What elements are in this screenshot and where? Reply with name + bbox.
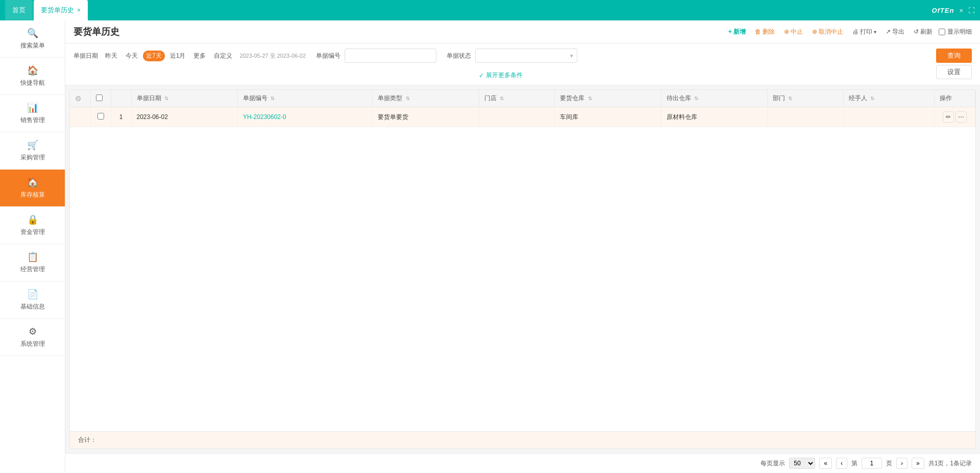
- show-detail-label: 显示明细: [947, 28, 972, 36]
- col-check: [90, 90, 111, 107]
- row-store-cell: [479, 107, 554, 127]
- row-edit-icon[interactable]: ✏: [943, 111, 954, 123]
- footer-label: 合计：: [78, 436, 96, 444]
- sort-department-icon: ⇅: [788, 96, 792, 101]
- sidebar-item-quick-nav[interactable]: 🏠 快捷导航: [0, 58, 65, 95]
- expand-more[interactable]: ✓ 展开更多条件: [74, 71, 928, 80]
- delete-button[interactable]: 🗑 删除: [752, 26, 778, 38]
- row-doc-no-cell: YH-20230602-0: [237, 107, 372, 127]
- page-size-label: 每页显示: [761, 459, 785, 468]
- col-department[interactable]: 部门 ⇅: [768, 90, 843, 107]
- prev-page-button[interactable]: ‹: [836, 458, 847, 469]
- sidebar-label-finance-mgmt: 资金管理: [20, 228, 45, 236]
- stop-button[interactable]: ⊗ 中止: [781, 26, 806, 38]
- first-page-button[interactable]: «: [819, 458, 832, 469]
- sidebar-item-purchase-mgmt[interactable]: 🛒 采购管理: [0, 132, 65, 170]
- date-filter-label: 单据日期: [74, 52, 98, 60]
- page-size-select[interactable]: 20 50 100: [789, 458, 815, 469]
- row-checkbox[interactable]: [97, 113, 104, 120]
- date-btn-yesterday[interactable]: 昨天: [102, 51, 120, 61]
- date-btn-7days[interactable]: 近7天: [143, 51, 165, 61]
- col-doc-no-label: 单据编号: [243, 94, 267, 102]
- sidebar-label-operations-mgmt: 经营管理: [20, 265, 45, 274]
- show-detail-checkbox[interactable]: [939, 29, 945, 35]
- operations-mgmt-icon: 📋: [27, 251, 38, 263]
- col-ops: 操作: [935, 90, 975, 107]
- sidebar-item-basic-info[interactable]: 📄 基础信息: [0, 281, 65, 319]
- sidebar-label-purchase-mgmt: 采购管理: [20, 153, 45, 162]
- date-btn-1month[interactable]: 近1月: [167, 51, 189, 61]
- row-req-warehouse: 车间库: [560, 113, 578, 121]
- col-doc-date-label: 单据日期: [137, 94, 161, 102]
- col-doc-date[interactable]: 单据日期 ⇅: [131, 90, 237, 107]
- settings-button[interactable]: 设置: [936, 65, 972, 79]
- row-check-cell: [90, 107, 111, 127]
- date-btn-more[interactable]: 更多: [190, 51, 209, 61]
- sidebar-item-finance-mgmt[interactable]: 🔒 资金管理: [0, 207, 65, 244]
- doc-no-filter-group: 单据编号: [316, 49, 436, 63]
- topbar-right: OfTEn × ⛶: [932, 7, 975, 14]
- export-label: 导出: [892, 28, 904, 36]
- col-store-label: 门店: [484, 94, 497, 102]
- cancel-stop-button[interactable]: ⊗ 取消中止: [809, 26, 846, 38]
- page-input[interactable]: [862, 458, 882, 469]
- tab-close-icon[interactable]: ×: [77, 7, 81, 14]
- col-handler[interactable]: 经手人 ⇅: [843, 90, 935, 107]
- new-button-label: + 新增: [728, 28, 746, 36]
- row-more-icon[interactable]: ⋯: [955, 111, 967, 123]
- sidebar-item-sales-mgmt[interactable]: 📊 销售管理: [0, 95, 65, 132]
- col-pending-warehouse[interactable]: 待出仓库 ⇅: [661, 90, 767, 107]
- col-req-warehouse[interactable]: 要货仓库 ⇅: [555, 90, 661, 107]
- sidebar-label-search-menu: 搜索菜单: [20, 41, 45, 50]
- status-select[interactable]: [475, 49, 577, 63]
- basic-info-icon: 📄: [27, 289, 38, 300]
- sidebar: 🔍 搜索菜单 🏠 快捷导航 📊 销售管理 🛒 采购管理 🏠 库存核算 🔒 资金管…: [0, 20, 65, 473]
- col-doc-type[interactable]: 单据类型 ⇅: [373, 90, 479, 107]
- tab-home[interactable]: 首页: [5, 0, 33, 20]
- refresh-button[interactable]: ↺ 刷新: [911, 26, 936, 38]
- sort-pending-warehouse-icon: ⇅: [694, 96, 698, 101]
- select-all-checkbox[interactable]: [96, 94, 103, 101]
- table-scroll[interactable]: ⚙ 单据日期 ⇅ 单据编号: [70, 90, 975, 431]
- sidebar-item-inventory[interactable]: 🏠 库存核算: [0, 170, 65, 207]
- expand-more-label: 展开更多条件: [486, 71, 523, 80]
- col-req-warehouse-label: 要货仓库: [560, 94, 584, 102]
- next-page-button[interactable]: ›: [896, 458, 908, 469]
- window-close-icon[interactable]: ×: [959, 7, 963, 14]
- delete-icon: 🗑: [755, 28, 761, 35]
- tab-list: 首页 要货单历史 ×: [5, 0, 88, 20]
- tab-requisition-history[interactable]: 要货单历史 ×: [34, 0, 88, 20]
- query-button[interactable]: 查询: [936, 49, 972, 63]
- last-page-button[interactable]: »: [912, 458, 924, 469]
- gear-icon[interactable]: ⚙: [75, 94, 82, 103]
- sidebar-item-search-menu[interactable]: 🔍 搜索菜单: [0, 20, 65, 58]
- row-handler-cell: [843, 107, 935, 127]
- export-button[interactable]: ↗ 导出: [883, 26, 908, 38]
- row-doc-no-link[interactable]: YH-20230602-0: [243, 113, 286, 121]
- total-label: 共1页，1条记录: [928, 459, 972, 468]
- table-body: 1 2023-06-02 YH-20230602-0 要货单要货: [70, 107, 975, 127]
- col-handler-label: 经手人: [849, 94, 867, 102]
- doc-no-input[interactable]: [345, 49, 436, 63]
- row-pending-warehouse-cell: 原材料仓库: [661, 107, 767, 127]
- print-button[interactable]: 🖨 打印 ▾: [849, 26, 879, 38]
- sidebar-item-system-mgmt[interactable]: ⚙ 系统管理: [0, 319, 65, 356]
- new-button[interactable]: + 新增: [725, 26, 749, 38]
- date-btn-today[interactable]: 今天: [122, 51, 141, 61]
- col-ops-label: 操作: [940, 94, 952, 102]
- col-store[interactable]: 门店 ⇅: [479, 90, 554, 107]
- sort-doc-date-icon: ⇅: [164, 96, 168, 101]
- sidebar-item-operations-mgmt[interactable]: 📋 经营管理: [0, 244, 65, 281]
- filter-row-1: 单据日期 昨天 今天 近7天 近1月 更多 自定义 2023-05-27 至 2…: [74, 49, 928, 63]
- main-layout: 🔍 搜索菜单 🏠 快捷导航 📊 销售管理 🛒 采购管理 🏠 库存核算 🔒 资金管…: [0, 20, 980, 473]
- sort-doc-type-icon: ⇅: [406, 96, 410, 101]
- table-header-row: ⚙ 单据日期 ⇅ 单据编号: [70, 90, 975, 107]
- date-btn-custom[interactable]: 自定义: [211, 51, 235, 61]
- window-fullscreen-icon[interactable]: ⛶: [968, 7, 975, 14]
- current-page-suffix: 页: [886, 459, 892, 468]
- page-header: 要货单历史 + 新增 🗑 删除 ⊗ 中止 ⊗ 取消中止 🖨: [65, 20, 980, 43]
- show-detail-checkbox-label[interactable]: 显示明细: [939, 28, 972, 36]
- col-num: [111, 90, 131, 107]
- table-container: ⚙ 单据日期 ⇅ 单据编号: [69, 89, 976, 449]
- col-doc-no[interactable]: 单据编号 ⇅: [237, 90, 372, 107]
